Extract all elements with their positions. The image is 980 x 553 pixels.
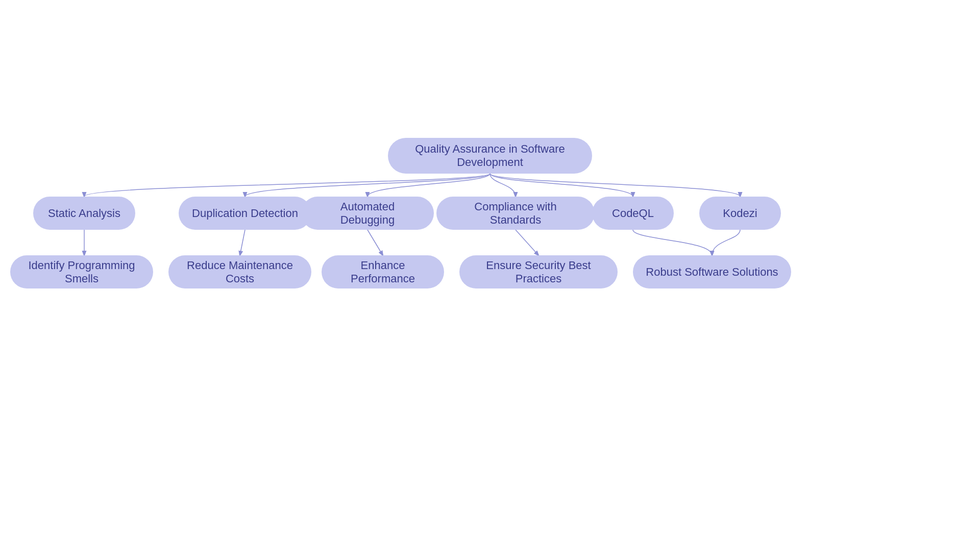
node-static-analysis: Static Analysis [33,197,135,230]
node-duplication-detection: Duplication Detection [179,197,311,230]
svg-line-1 [240,230,245,255]
svg-line-3 [516,230,538,255]
node-robust-software-solutions: Robust Software Solutions [633,255,791,288]
node-automated-debugging: Automated Debugging [301,197,434,230]
node-enhance-performance: Enhance Performance [322,255,444,288]
svg-line-2 [368,230,383,255]
node-identify-programming-smells: Identify Programming Smells [10,255,153,288]
node-codeql: CodeQL [592,197,674,230]
node-reduce-maintenance-costs: Reduce Maintenance Costs [168,255,311,288]
node-kodezi: Kodezi [699,197,781,230]
node-root: Quality Assurance in Software Developmen… [388,138,592,174]
node-ensure-security-best-practices: Ensure Security Best Practices [459,255,618,288]
node-compliance-with-standards: Compliance with Standards [436,197,595,230]
diagram-container: Quality Assurance in Software Developmen… [0,0,980,553]
